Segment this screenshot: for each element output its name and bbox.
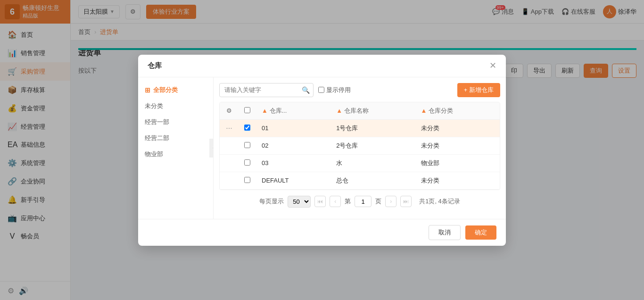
page-unit: 页 <box>375 197 381 206</box>
first-page-btn[interactable]: ⏮ <box>314 196 326 207</box>
th-gear: ⚙ <box>220 102 239 120</box>
row-category: 未分类 <box>415 172 500 189</box>
row-code: 02 <box>256 137 330 154</box>
row-code: 03 <box>256 154 330 172</box>
row-actions: ··· <box>220 119 239 137</box>
search-input[interactable] <box>219 83 314 97</box>
table-row[interactable]: 03 水 物业部 <box>220 154 500 172</box>
modal-sidebar: ⊞ 全部分类 未分类经营一部经营二部物业部 « <box>138 77 214 219</box>
warehouse-table: ⚙ ▲ 仓库... ▲ 仓库名称 ▲ 仓库分类 <box>219 102 500 190</box>
th-checkbox <box>239 102 256 120</box>
row-actions <box>220 172 239 189</box>
row-actions <box>220 137 239 154</box>
row-category: 未分类 <box>415 137 500 154</box>
modal-sidebar-items: 未分类经营一部经营二部物业部 <box>138 98 213 162</box>
modal-header: 仓库 ✕ <box>138 55 506 77</box>
row-code: DEFAULT <box>256 172 330 189</box>
page-label: 第 <box>345 197 351 206</box>
modal-sidebar-item[interactable]: 未分类 <box>138 98 213 114</box>
row-checkbox[interactable] <box>239 119 256 137</box>
show-disabled-checkbox[interactable] <box>318 87 324 93</box>
row-category: 物业部 <box>415 154 500 172</box>
show-disabled-text: 显示停用 <box>326 86 351 94</box>
show-disabled-label: 显示停用 <box>318 86 351 94</box>
sidebar-collapse-btn[interactable]: « <box>209 139 214 158</box>
warehouse-modal: 仓库 ✕ ⊞ 全部分类 未分类经营一部经营二部物业部 « 🔍 <box>138 55 506 246</box>
pagination-info: 共1页, 4条记录 <box>419 197 460 206</box>
select-all-checkbox[interactable] <box>244 107 250 113</box>
row-name: 2号仓库 <box>330 137 415 154</box>
modal-search-bar: 🔍 显示停用 + 新增仓库 <box>219 83 500 97</box>
row-name: 总仓 <box>330 172 415 189</box>
cancel-button[interactable]: 取消 <box>429 225 461 240</box>
modal-sidebar-item[interactable]: 经营二部 <box>138 130 213 146</box>
row-name: 1号仓库 <box>330 119 415 137</box>
page-input[interactable] <box>355 196 372 207</box>
modal-footer: 取消 确定 <box>138 219 506 246</box>
row-actions <box>220 154 239 172</box>
modal-sidebar-item[interactable]: 经营一部 <box>138 114 213 130</box>
row-checkbox[interactable] <box>239 137 256 154</box>
modal-body: ⊞ 全部分类 未分类经营一部经营二部物业部 « 🔍 显示停用 <box>138 77 506 219</box>
row-category: 未分类 <box>415 119 500 137</box>
confirm-button[interactable]: 确定 <box>465 225 496 240</box>
row-checkbox[interactable] <box>239 172 256 189</box>
table-row[interactable]: 02 2号仓库 未分类 <box>220 137 500 154</box>
modal-content-area: 🔍 显示停用 + 新增仓库 ⚙ <box>214 77 506 219</box>
th-category: ▲ 仓库分类 <box>415 102 500 120</box>
grid-icon: ⊞ <box>145 86 150 94</box>
per-page-label: 每页显示 <box>259 197 284 206</box>
th-code: ▲ 仓库... <box>256 102 330 120</box>
per-page-select[interactable]: 50 <box>288 196 311 208</box>
table-row[interactable]: ··· 01 1号仓库 未分类 <box>220 119 500 137</box>
modal-overlay: 仓库 ✕ ⊞ 全部分类 未分类经营一部经营二部物业部 « 🔍 <box>0 0 644 300</box>
row-name: 水 <box>330 154 415 172</box>
table-row[interactable]: DEFAULT 总仓 未分类 <box>220 172 500 189</box>
add-warehouse-button[interactable]: + 新增仓库 <box>457 83 500 97</box>
prev-page-btn[interactable]: ‹ <box>330 196 341 207</box>
modal-sidebar-header-label: 全部分类 <box>153 86 178 94</box>
modal-close-button[interactable]: ✕ <box>489 61 496 70</box>
row-code: 01 <box>256 119 330 137</box>
modal-pagination: 每页显示 50 ⏮ ‹ 第 页 › ⏭ 共1页, 4条记录 <box>219 190 500 213</box>
th-name: ▲ 仓库名称 <box>330 102 415 120</box>
search-wrap: 🔍 <box>219 83 314 97</box>
modal-sidebar-item[interactable]: 物业部 <box>138 146 213 162</box>
modal-sidebar-header: ⊞ 全部分类 <box>138 82 213 98</box>
modal-title: 仓库 <box>148 61 162 70</box>
row-checkbox[interactable] <box>239 154 256 172</box>
next-page-btn[interactable]: › <box>385 196 396 207</box>
last-page-btn[interactable]: ⏭ <box>400 196 412 207</box>
